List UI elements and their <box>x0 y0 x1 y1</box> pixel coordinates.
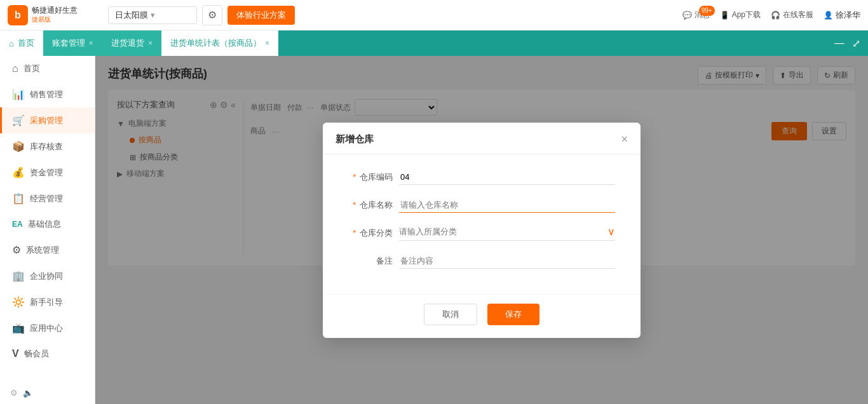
sidebar-item-purchase[interactable]: 🛒 采购管理 <box>0 107 95 133</box>
remark-label-text: 备注 <box>376 256 393 266</box>
category-required-mark: * <box>353 228 356 238</box>
sidebar-item-basic[interactable]: EA 基础信息 <box>0 212 95 237</box>
message-icon: 💬 <box>682 11 692 20</box>
sidebar-settings-icon: ⚙ <box>10 388 18 398</box>
tab-bar: ⌂ 首页 账套管理 × 进货退货 × 进货单统计表（按商品） × — ⤢ <box>0 30 868 56</box>
user-name: 徐泽华 <box>836 10 860 21</box>
store-dropdown-arrow: ▾ <box>151 10 155 20</box>
message-badge: 99+ <box>699 6 715 16</box>
apps-icon: 📺 <box>12 322 25 334</box>
purchase-icon: 🛒 <box>12 114 25 126</box>
sidebar-item-member[interactable]: V 畅会员 <box>0 341 95 367</box>
name-required-mark: * <box>353 200 356 210</box>
phone-icon: 📱 <box>720 11 729 20</box>
home-sidebar-icon: ⌂ <box>12 63 18 74</box>
logo-area: b 畅捷通好生意 捷易版 <box>8 5 103 25</box>
add-warehouse-dialog: 新增仓库 × * 仓库编码 * <box>323 123 641 338</box>
sidebar-item-guide-label: 新手引导 <box>30 297 63 308</box>
sidebar-item-finance-label: 资金管理 <box>30 167 63 178</box>
tab-account-label: 账套管理 <box>52 37 85 49</box>
sidebar-item-system[interactable]: ⚙ 系统管理 <box>0 237 95 263</box>
sidebar-bottom-settings[interactable]: ⚙ 🔈 <box>0 382 95 404</box>
tab-home[interactable]: ⌂ 首页 <box>0 30 43 56</box>
tab-minimize-button[interactable]: — <box>832 35 847 51</box>
tab-account[interactable]: 账套管理 × <box>43 30 102 56</box>
name-label-text: 仓库名称 <box>360 200 393 210</box>
dialog-body: * 仓库编码 * 仓库名称 <box>323 154 641 294</box>
sidebar-item-home-label: 首页 <box>24 63 40 74</box>
category-label: * 仓库分类 <box>348 227 399 239</box>
trial-button[interactable]: 体验行业方案 <box>227 6 295 25</box>
category-dropdown-arrow[interactable]: ∨ <box>607 226 615 238</box>
tab-purchase-stats[interactable]: 进货单统计表（按商品） × <box>161 30 278 56</box>
sidebar-item-system-label: 系统管理 <box>26 245 59 256</box>
enterprise-icon: 🏢 <box>12 270 25 282</box>
sidebar-item-member-label: 畅会员 <box>24 348 49 360</box>
online-service-label: 在线客服 <box>783 10 813 20</box>
sidebar-item-enterprise[interactable]: 🏢 企业协同 <box>0 263 95 289</box>
sidebar-item-operations[interactable]: 📋 经营管理 <box>0 185 95 212</box>
category-select-row: ∨ <box>399 226 615 241</box>
app-download-label: App下载 <box>732 10 761 20</box>
tab-purchase-return-label: 进货退货 <box>111 37 144 49</box>
remark-label: 备注 <box>348 255 399 267</box>
tab-maximize-button[interactable]: ⤢ <box>850 35 863 52</box>
tab-account-close[interactable]: × <box>89 39 93 48</box>
remark-input[interactable] <box>399 253 615 269</box>
form-row-code: * 仓库编码 <box>348 170 615 185</box>
code-required-mark: * <box>353 172 356 182</box>
cancel-button[interactable]: 取消 <box>424 304 477 325</box>
category-label-text: 仓库分类 <box>360 228 393 238</box>
app-download-button[interactable]: 📱 App下载 <box>720 10 761 20</box>
sidebar-item-inventory-label: 库存核查 <box>30 141 63 152</box>
tab-purchase-return[interactable]: 进货退货 × <box>102 30 161 56</box>
app-logo-icon: b <box>8 5 28 25</box>
tab-right-buttons: — ⤢ <box>832 35 868 52</box>
category-input[interactable] <box>399 227 607 236</box>
guide-icon: 🔆 <box>12 296 25 308</box>
sidebar-item-inventory[interactable]: 📦 库存核查 <box>0 133 95 159</box>
home-icon: ⌂ <box>9 39 14 48</box>
tab-purchase-return-close[interactable]: × <box>148 39 153 48</box>
name-input[interactable] <box>399 198 615 213</box>
basic-info-icon: EA <box>12 220 23 229</box>
message-button[interactable]: 💬 消息 99+ <box>682 10 710 20</box>
header-right: 💬 消息 99+ 📱 App下载 🎧 在线客服 👤 徐泽华 <box>682 10 860 21</box>
user-menu[interactable]: 👤 徐泽华 <box>824 10 860 21</box>
sidebar-item-enterprise-label: 企业协同 <box>30 271 63 282</box>
user-avatar-icon: 👤 <box>824 11 833 20</box>
code-input[interactable] <box>399 170 615 185</box>
headset-icon: 🎧 <box>771 11 780 20</box>
online-service-button[interactable]: 🎧 在线客服 <box>771 10 813 20</box>
settings-button[interactable]: ⚙ <box>202 5 222 25</box>
logo-text: 畅捷通好生意 捷易版 <box>32 6 78 25</box>
sales-icon: 📊 <box>12 88 25 100</box>
dialog-header: 新增仓库 × <box>323 123 641 154</box>
modal-overlay[interactable]: 新增仓库 × * 仓库编码 * <box>95 56 868 404</box>
app-sub: 捷易版 <box>32 15 78 24</box>
sidebar-item-purchase-label: 采购管理 <box>30 115 63 126</box>
sidebar: ⌂ 首页 📊 销售管理 🛒 采购管理 📦 库存核查 💰 资金管理 📋 经营管理 … <box>0 56 95 404</box>
finance-icon: 💰 <box>12 166 25 178</box>
store-name: 日太阳膜 <box>115 10 148 21</box>
main-area: ⌂ 首页 📊 销售管理 🛒 采购管理 📦 库存核查 💰 资金管理 📋 经营管理 … <box>0 56 868 404</box>
code-label: * 仓库编码 <box>348 172 399 183</box>
operations-icon: 📋 <box>12 192 25 205</box>
form-row-name: * 仓库名称 <box>348 198 615 213</box>
sidebar-item-sales[interactable]: 📊 销售管理 <box>0 81 95 107</box>
top-header: b 畅捷通好生意 捷易版 日太阳膜 ▾ ⚙ 体验行业方案 💬 消息 99+ 📱 … <box>0 0 868 30</box>
tab-purchase-stats-close[interactable]: × <box>265 39 269 48</box>
tab-home-label: 首页 <box>18 37 34 49</box>
save-button[interactable]: 保存 <box>487 304 539 325</box>
store-selector[interactable]: 日太阳膜 ▾ <box>108 6 197 24</box>
sidebar-item-guide[interactable]: 🔆 新手引导 <box>0 289 95 315</box>
sidebar-item-finance[interactable]: 💰 资金管理 <box>0 159 95 185</box>
dialog-close-button[interactable]: × <box>621 133 628 146</box>
sidebar-item-apps[interactable]: 📺 应用中心 <box>0 315 95 341</box>
sidebar-item-home[interactable]: ⌂ 首页 <box>0 56 95 81</box>
member-icon: V <box>12 348 19 360</box>
inventory-icon: 📦 <box>12 140 25 152</box>
form-row-category: * 仓库分类 ∨ <box>348 226 615 241</box>
tab-purchase-stats-label: 进货单统计表（按商品） <box>170 37 261 49</box>
dialog-footer: 取消 保存 <box>323 294 641 338</box>
